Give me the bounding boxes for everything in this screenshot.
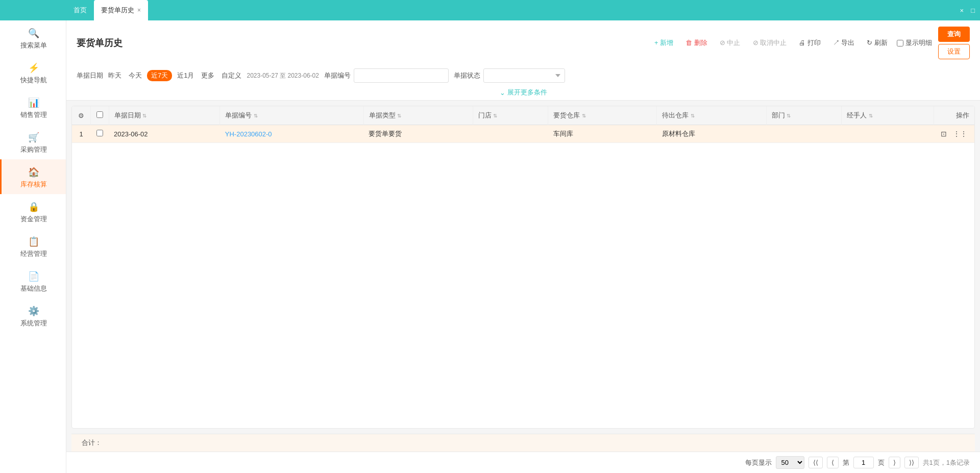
th-pendingwarehouse-label: 待出仓库 [662, 111, 689, 119]
system-icon: ⚙️ [28, 305, 39, 317]
tab-history-label: 要货单历史 [101, 6, 134, 15]
date-label: 单据日期 [77, 71, 103, 80]
date-shortcut-custom[interactable]: 自定义 [219, 70, 243, 81]
prev-page-btn[interactable]: ⟨ [827, 457, 839, 468]
th-doctype-label: 单据类型 [369, 111, 396, 119]
tab-history[interactable]: 要货单历史 × [94, 0, 148, 20]
window-controls: × □ [960, 0, 975, 20]
show-detail-input[interactable] [897, 40, 903, 46]
sidebar-item-sales[interactable]: 📊 销售管理 [0, 90, 66, 125]
th-settings[interactable]: ⚙ [72, 106, 90, 125]
th-handler: 经手人 ⇅ [842, 106, 934, 125]
next-page-btn[interactable]: ⟩ [889, 457, 900, 468]
sort-icon-doctype: ⇅ [397, 113, 401, 119]
table-header-row: ⚙ 单据日期 ⇅ 单据编号 ⇅ 单据类型 ⇅ 门店 ⇅ 要货仓库 ⇅ 待出仓库 … [72, 106, 974, 125]
th-dept-label: 部门 [772, 111, 785, 119]
new-button[interactable]: + 新增 [651, 36, 676, 50]
docno-input[interactable] [354, 68, 449, 83]
sidebar: 🔍 搜索菜单 ⚡ 快捷导航 📊 销售管理 🛒 采购管理 🏠 库存核算 🔒 资金管… [0, 20, 66, 473]
date-shortcut-yesterday[interactable]: 昨天 [106, 70, 124, 81]
pagination-bar: 每页显示 50 100 200 ⟨⟨ ⟨ 第 页 ⟩ ⟩⟩ 共1页，1条记录 [66, 452, 980, 473]
basic-icon: 📄 [28, 271, 39, 282]
th-date-label: 单据日期 [114, 111, 141, 119]
chevron-down-icon: ⌄ [500, 89, 505, 97]
data-table: ⚙ 单据日期 ⇅ 单据编号 ⇅ 单据类型 ⇅ 门店 ⇅ 要货仓库 ⇅ 待出仓库 … [72, 106, 974, 143]
page-input-label: 第 [843, 458, 849, 467]
settings-button[interactable]: 设置 [938, 44, 970, 59]
sidebar-item-label: 经营管理 [20, 249, 47, 258]
date-shortcut-7days[interactable]: 近7天 [147, 70, 172, 81]
sort-icon-dept: ⇅ [787, 113, 791, 119]
sidebar-item-system[interactable]: ⚙️ 系统管理 [0, 298, 66, 333]
first-page-btn[interactable]: ⟨⟨ [808, 457, 823, 468]
sidebar-item-purchase[interactable]: 🛒 采购管理 [0, 125, 66, 159]
sort-icon-reqwarehouse: ⇅ [582, 113, 586, 119]
toolbar: + 新增 🗑 删除 ⊘ 中止 ⊘ 取消中止 🖨 打印 ↗ 导出 ↻ 刷新 显示明… [651, 27, 970, 59]
show-detail-checkbox[interactable]: 显示明细 [897, 38, 932, 48]
date-shortcut-today[interactable]: 今天 [127, 70, 144, 81]
row-view-btn[interactable]: ⊡ [939, 129, 949, 139]
filter-area: 单据日期 昨天 今天 近7天 近1月 更多 自定义 2023-05-27 至 2… [77, 63, 970, 86]
td-store [473, 125, 548, 143]
window-close-btn[interactable]: × [960, 7, 964, 14]
row-checkbox[interactable] [96, 130, 103, 136]
sidebar-item-label: 销售管理 [20, 110, 47, 120]
sidebar-item-search[interactable]: 🔍 搜索菜单 [0, 20, 66, 55]
th-reqwarehouse-label: 要货仓库 [553, 111, 580, 119]
date-shortcut-1month[interactable]: 近1月 [175, 70, 196, 81]
td-date: 2023-06-02 [109, 125, 220, 143]
docno-link[interactable]: YH-20230602-0 [225, 130, 272, 138]
sort-icon-docno: ⇅ [254, 113, 258, 119]
sidebar-item-inventory[interactable]: 🏠 库存核算 [0, 159, 66, 194]
td-doctype: 要货单要货 [363, 125, 473, 143]
td-index: 1 [72, 125, 90, 143]
tab-home-label: 首页 [74, 6, 87, 15]
per-page-select[interactable]: 50 100 200 [776, 456, 804, 469]
export-button[interactable]: ↗ 导出 [830, 36, 858, 50]
print-button[interactable]: 🖨 打印 [796, 36, 824, 50]
date-range-text: 2023-05-27 至 2023-06-02 [247, 72, 318, 80]
cancel-stop-button[interactable]: ⊘ 取消中止 [750, 36, 790, 50]
delete-button[interactable]: 🗑 删除 [682, 36, 710, 50]
sidebar-item-management[interactable]: 📋 经营管理 [0, 229, 66, 264]
window-maximize-btn[interactable]: □ [971, 7, 975, 14]
sales-icon: 📊 [28, 97, 39, 108]
footer-summary: 合计： [71, 434, 975, 452]
select-all-checkbox[interactable] [96, 111, 103, 118]
date-shortcut-more[interactable]: 更多 [199, 70, 216, 81]
last-page-btn[interactable]: ⟩⟩ [904, 457, 919, 468]
row-more-btn[interactable]: ⋮⋮ [951, 129, 969, 139]
filter-row: 单据日期 昨天 今天 近7天 近1月 更多 自定义 2023-05-27 至 2… [77, 68, 970, 83]
date-shortcuts: 昨天 今天 近7天 近1月 更多 自定义 [106, 70, 243, 81]
search-icon: 🔍 [28, 28, 39, 39]
sort-icon-store: ⇅ [493, 113, 497, 119]
expand-more-label: 展开更多条件 [507, 88, 547, 97]
sort-icon-date: ⇅ [142, 113, 146, 119]
td-pendingwarehouse: 原材料仓库 [657, 125, 766, 143]
page-title-row: 要货单历史 + 新增 🗑 删除 ⊘ 中止 ⊘ 取消中止 🖨 打印 ↗ 导出 ↻ … [77, 27, 970, 63]
status-select[interactable] [483, 68, 565, 83]
status-filter-group: 单据状态 [454, 68, 565, 83]
sidebar-item-finance[interactable]: 🔒 资金管理 [0, 194, 66, 229]
th-reqwarehouse: 要货仓库 ⇅ [548, 106, 657, 125]
purchase-icon: 🛒 [28, 132, 39, 143]
sidebar-item-shortcut[interactable]: ⚡ 快捷导航 [0, 55, 66, 90]
page-input[interactable] [853, 457, 874, 468]
sidebar-item-label: 搜索菜单 [20, 41, 47, 50]
sort-icon-handler: ⇅ [869, 113, 873, 119]
th-store: 门店 ⇅ [473, 106, 548, 125]
th-handler-label: 经手人 [847, 111, 867, 119]
query-button[interactable]: 查询 [938, 27, 970, 42]
sidebar-item-basic[interactable]: 📄 基础信息 [0, 264, 66, 298]
td-reqwarehouse: 车间库 [548, 125, 657, 143]
show-detail-label: 显示明细 [905, 38, 932, 48]
stop-button[interactable]: ⊘ 中止 [717, 36, 744, 50]
th-docno: 单据编号 ⇅ [220, 106, 363, 125]
per-page-label: 每页显示 [745, 458, 772, 467]
td-checkbox [90, 125, 109, 143]
refresh-button[interactable]: ↻ 刷新 [864, 36, 891, 50]
close-tab-icon[interactable]: × [137, 7, 141, 14]
tab-home[interactable]: 首页 [66, 0, 94, 20]
expand-more-btn[interactable]: ⌄ 展开更多条件 [77, 86, 970, 100]
management-icon: 📋 [28, 236, 39, 247]
